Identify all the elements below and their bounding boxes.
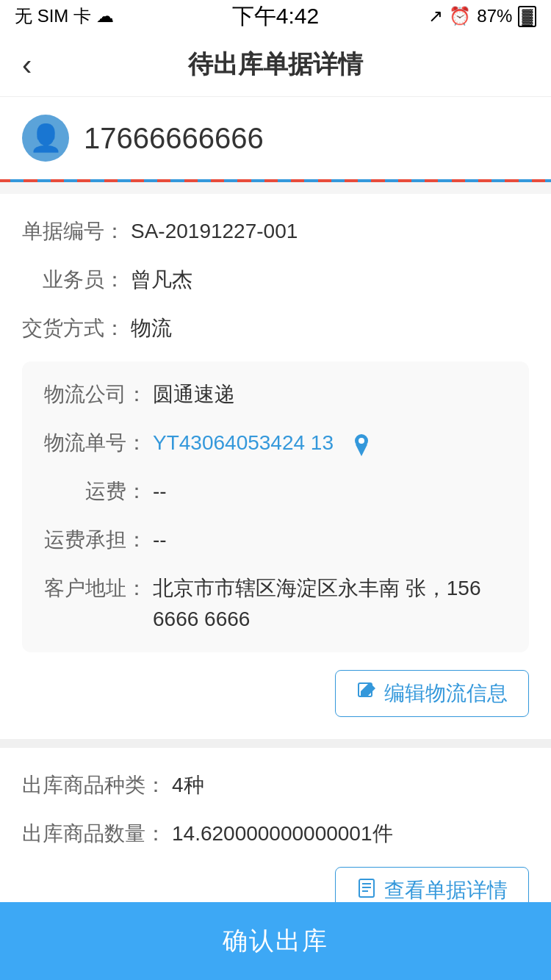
document-number-value: SA-20191227-001 [125, 216, 529, 247]
edit-icon [356, 681, 377, 707]
status-bar: 无 SIM 卡 ☁ 下午4:42 ↗ ⏰ 87% ▓ [0, 0, 551, 32]
freight-bearer-row: 运费承担： -- [44, 525, 507, 555]
logistics-company-label: 物流公司： [44, 379, 147, 410]
svg-marker-1 [356, 444, 367, 456]
page-title: 待出库单据详情 [188, 48, 363, 82]
tracking-number-row: 物流单号： YT43064053424 13 [44, 428, 507, 458]
edit-logistics-btn-wrapper: 编辑物流信息 [22, 670, 529, 717]
customer-address-row: 客户地址： 北京市市辖区海淀区永丰南 张，156 6666 6666 [44, 573, 507, 635]
status-right: ↗ ⏰ 87% ▓ [428, 6, 536, 27]
product-type-label: 出库商品种类： [22, 770, 166, 801]
avatar-icon: 👤 [29, 123, 62, 154]
product-type-value: 4种 [166, 770, 529, 801]
sim-label: 无 SIM 卡 ☁ [15, 4, 114, 28]
divider-1 [0, 739, 551, 748]
product-qty-row: 出库商品数量： 14.620000000000001件 [22, 818, 529, 849]
freight-value: -- [147, 476, 507, 507]
logistics-card: 物流公司： 圆通速递 物流单号： YT43064053424 13 [22, 361, 529, 652]
confirm-btn-wrapper: 确认出库 [0, 902, 551, 980]
battery-text: 87% [477, 6, 512, 26]
tracking-number-label: 物流单号： [44, 428, 147, 458]
sales-person-value: 曾凡杰 [125, 264, 529, 295]
content-area: 👤 17666666666 单据编号： SA-20191227-001 业务员：… [0, 97, 551, 980]
product-qty-value: 14.620000000000001件 [166, 818, 529, 849]
sales-person-row: 业务员： 曾凡杰 [22, 264, 529, 295]
customer-address-label: 客户地址： [44, 573, 147, 604]
freight-row: 运费： -- [44, 476, 507, 507]
tracking-number-text: YT43064053424 13 [153, 431, 334, 454]
customer-header: 👤 17666666666 [0, 97, 551, 182]
page-wrapper: 无 SIM 卡 ☁ 下午4:42 ↗ ⏰ 87% ▓ ‹ 待出库单据详情 👤 1… [0, 0, 551, 980]
status-time: 下午4:42 [232, 1, 319, 32]
delivery-method-row: 交货方式： 物流 [22, 313, 529, 344]
customer-phone: 17666666666 [84, 122, 264, 155]
nav-bar: ‹ 待出库单据详情 [0, 32, 551, 97]
customer-address-value: 北京市市辖区海淀区永丰南 张，156 6666 6666 [147, 573, 507, 635]
document-icon [356, 878, 377, 904]
logistics-company-value: 圆通速递 [147, 379, 507, 410]
delivery-method-label: 交货方式： [22, 313, 125, 344]
avatar: 👤 [22, 115, 69, 162]
product-qty-label: 出库商品数量： [22, 818, 166, 849]
freight-bearer-label: 运费承担： [44, 525, 147, 555]
location-pin-icon[interactable] [348, 430, 375, 456]
document-number-row: 单据编号： SA-20191227-001 [22, 216, 529, 247]
back-button[interactable]: ‹ [22, 50, 32, 79]
battery-icon: ▓ [518, 6, 536, 27]
svg-point-2 [359, 438, 364, 444]
logistics-company-row: 物流公司： 圆通速递 [44, 379, 507, 410]
sales-person-label: 业务员： [22, 264, 125, 295]
delivery-method-value: 物流 [125, 313, 529, 344]
edit-logistics-button[interactable]: 编辑物流信息 [335, 670, 529, 717]
status-left: 无 SIM 卡 ☁ [15, 4, 114, 28]
document-info-section: 单据编号： SA-20191227-001 业务员： 曾凡杰 交货方式： 物流 … [0, 194, 551, 739]
edit-logistics-label: 编辑物流信息 [384, 680, 508, 707]
freight-bearer-value: -- [147, 525, 507, 555]
location-icon: ↗ [428, 6, 443, 26]
confirm-outbound-button[interactable]: 确认出库 [223, 924, 328, 958]
freight-label: 运费： [44, 476, 147, 507]
tracking-number-value: YT43064053424 13 [147, 428, 507, 458]
alarm-icon: ⏰ [449, 6, 471, 26]
document-number-label: 单据编号： [22, 216, 125, 247]
product-type-row: 出库商品种类： 4种 [22, 770, 529, 801]
view-detail-label: 查看单据详情 [384, 876, 508, 904]
